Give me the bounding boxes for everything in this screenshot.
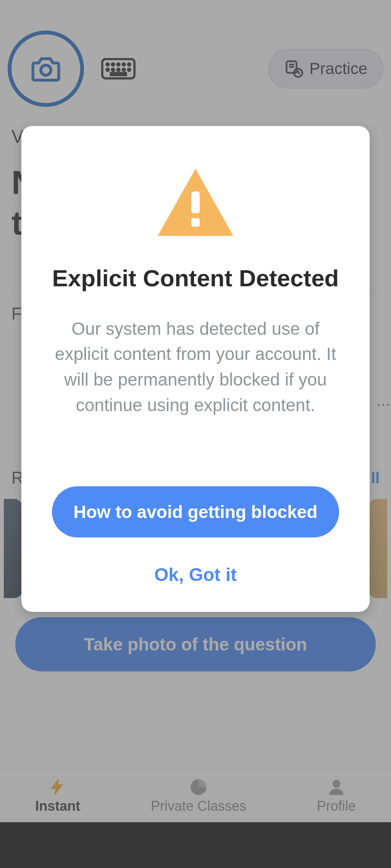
modal-secondary-button[interactable]: Ok, Got it xyxy=(44,557,347,589)
warning-icon xyxy=(44,164,347,240)
svg-rect-18 xyxy=(191,191,200,213)
modal-title: Explicit Content Detected xyxy=(44,263,347,293)
explicit-content-modal: Explicit Content Detected Our system has… xyxy=(21,126,370,612)
modal-primary-button[interactable]: How to avoid getting blocked xyxy=(52,486,339,537)
modal-body: Our system has detected use of explicit … xyxy=(44,316,347,418)
svg-rect-19 xyxy=(191,218,200,227)
